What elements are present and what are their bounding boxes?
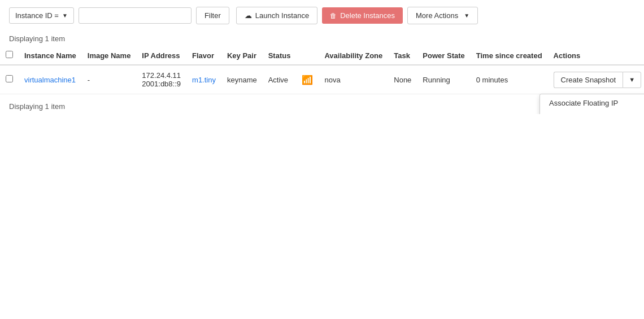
time-since-created-cell: 0 minutes [471,65,548,94]
filter-select[interactable]: Instance ID = ▼ [9,7,74,24]
col-header-availability-zone: Availability Zone [319,46,388,65]
action-btn-group: Create Snapshot ▼ [554,72,641,88]
action-dropdown-toggle[interactable]: ▼ [623,72,641,88]
ip-address-cell: 172.24.4.11 2001:db8::9 [136,65,186,94]
col-header-power-state: Power State [417,46,470,65]
ip-line2: 2001:db8::9 [142,80,181,88]
col-header-image-name: Image Name [82,46,137,65]
table-header-row: Instance Name Image Name IP Address Flav… [0,46,644,65]
instances-table: Instance Name Image Name IP Address Flav… [0,46,644,94]
col-header-status: Status [263,46,297,65]
key-pair-cell: keyname [221,65,263,94]
col-header-actions: Actions [548,46,644,65]
table-row: virtualmachine1 - 172.24.4.11 2001:db8::… [0,65,644,94]
actions-cell: Create Snapshot ▼ Associate Floating IPA… [548,65,644,94]
launch-icon [245,11,252,20]
availability-zone-cell: nova [319,65,388,94]
image-name-cell: - [82,65,137,94]
select-all-checkbox[interactable] [6,51,13,58]
actions-dropdown-menu: Associate Floating IPAttach InterfaceDet… [539,94,644,114]
displaying-count-top: Displaying 1 item [0,31,644,46]
instance-name-cell: virtualmachine1 [19,65,82,94]
task-cell: None [388,65,417,94]
signal-icon: 📶 [302,75,313,85]
col-header-instance-name: Instance Name [19,46,82,65]
col-header-key-pair: Key Pair [221,46,263,65]
row-checkbox[interactable] [6,75,13,82]
more-actions-arrow: ▼ [464,12,469,19]
dropdown-menu-item[interactable]: Associate Floating IP [540,94,644,112]
ip-line1: 172.24.4.11 [142,71,181,80]
power-state-cell: Running [417,65,470,94]
filter-button[interactable]: Filter [196,7,229,24]
delete-instances-button[interactable]: Delete Instances [322,7,403,24]
more-actions-button[interactable]: More Actions ▼ [407,7,478,24]
col-header-flavor: Flavor [186,46,221,65]
toolbar: Instance ID = ▼ Filter Launch Instance D… [0,0,644,31]
flavor-link[interactable]: m1.tiny [192,76,216,84]
col-header-ip-address: IP Address [136,46,186,65]
launch-instance-button[interactable]: Launch Instance [236,7,317,24]
dropdown-menu-item[interactable]: Attach Interface [540,112,644,114]
signal-cell: 📶 [296,65,319,94]
col-header-time-since-created: Time since created [471,46,548,65]
col-header-task: Task [388,46,417,65]
trash-icon [330,11,337,20]
create-snapshot-button[interactable]: Create Snapshot [554,72,623,88]
status-cell: Active [263,65,297,94]
filter-select-arrow: ▼ [62,12,68,19]
flavor-cell: m1.tiny [186,65,221,94]
filter-input[interactable] [79,7,192,24]
instance-name-link[interactable]: virtualmachine1 [24,76,76,84]
filter-select-label: Instance ID = [15,11,59,20]
